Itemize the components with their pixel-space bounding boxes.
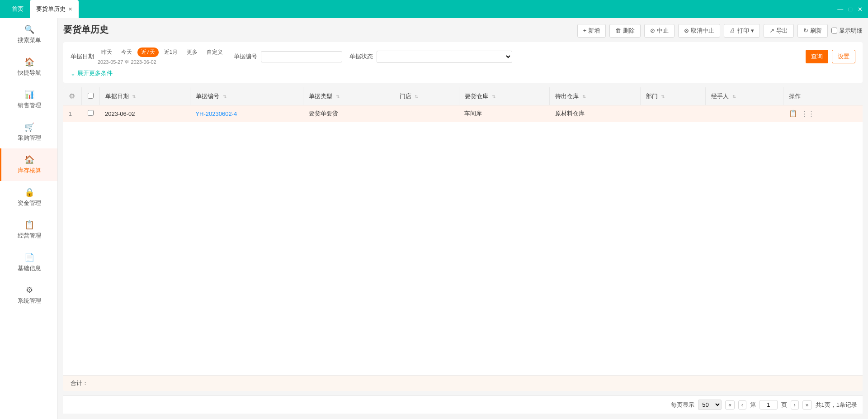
date-btn-more[interactable]: 更多 (183, 48, 201, 57)
col-handler[interactable]: 经手人 ⇅ (705, 87, 783, 105)
last-page-btn[interactable]: » (802, 400, 812, 409)
page-input[interactable] (760, 400, 778, 409)
settings-button[interactable]: 设置 (832, 50, 855, 63)
next-page-btn[interactable]: › (791, 400, 799, 409)
sidebar-item-fund-mgmt-label: 资金管理 (18, 199, 41, 207)
sidebar: 🔍 搜索菜单 🏠 快捷导航 📊 销售管理 🛒 采购管理 🏠 库存核算 🔒 资金管… (0, 18, 58, 419)
table-body: 1 2023-06-02 YH-20230602-4 要货单要货 车间库 原材料… (63, 105, 863, 122)
sort-store-icon: ⇅ (415, 94, 418, 99)
col-req-warehouse-label: 要货仓库 (465, 93, 488, 100)
col-pending-warehouse[interactable]: 待出仓库 ⇅ (550, 87, 640, 105)
col-type[interactable]: 单据类型 ⇅ (303, 87, 394, 105)
cancel-stop-button[interactable]: ⊗ 取消中止 (678, 24, 720, 38)
status-filter-select[interactable] (377, 51, 512, 63)
pagination-bar: 每页显示 50 20 100 « ‹ 第 页 › » 共1页，1条记录 (63, 395, 863, 414)
col-handler-label: 经手人 (711, 93, 729, 100)
sidebar-item-fund-mgmt[interactable]: 🔒 资金管理 (0, 181, 57, 214)
sort-req-warehouse-icon: ⇅ (492, 94, 495, 99)
fund-mgmt-icon: 🔒 (24, 187, 34, 197)
print-dropdown-icon: ▾ (751, 27, 754, 34)
sidebar-item-basic-info[interactable]: 📄 基础信息 (0, 246, 57, 279)
prev-page-btn[interactable]: ‹ (738, 400, 746, 409)
print-icon: 🖨 (730, 27, 736, 34)
window-close[interactable]: ✕ (858, 6, 863, 13)
more-action-icon[interactable]: ⋮⋮ (801, 110, 815, 118)
export-button[interactable]: ↗ 导出 (764, 24, 794, 38)
sidebar-item-basic-info-label: 基础信息 (18, 264, 41, 272)
refresh-icon: ↻ (803, 27, 808, 34)
order-no-link[interactable]: YH-20230602-4 (195, 110, 237, 117)
main-layout: 🔍 搜索菜单 🏠 快捷导航 📊 销售管理 🛒 采购管理 🏠 库存核算 🔒 资金管… (0, 18, 868, 419)
row-actions: 📋 ⋮⋮ (783, 105, 863, 122)
sidebar-item-sales-mgmt[interactable]: 📊 销售管理 (0, 83, 57, 116)
col-order-no[interactable]: 单据编号 ⇅ (190, 87, 303, 105)
tab-requisition-history[interactable]: 要货单历史 ✕ (30, 0, 79, 18)
date-btn-7days[interactable]: 近7天 (137, 48, 159, 57)
row-checkbox[interactable] (88, 110, 94, 116)
ops-mgmt-icon: 📋 (24, 220, 34, 230)
col-req-warehouse[interactable]: 要货仓库 ⇅ (459, 87, 549, 105)
sidebar-item-ops-mgmt[interactable]: 📋 经营管理 (0, 214, 57, 246)
sort-dept-icon: ⇅ (661, 94, 665, 99)
date-btn-yesterday[interactable]: 昨天 (98, 48, 116, 57)
sidebar-item-quick-nav[interactable]: 🏠 快捷导航 (0, 51, 57, 83)
print-button[interactable]: 🖨 打印 ▾ (724, 24, 760, 38)
row-checkbox-cell[interactable] (81, 105, 99, 122)
order-no-input[interactable] (261, 51, 342, 62)
sort-type-icon: ⇅ (336, 94, 340, 99)
status-filter-label: 单据状态 (349, 52, 373, 61)
col-settings[interactable]: ⚙ (63, 87, 81, 105)
window-maximize[interactable]: □ (849, 6, 852, 13)
stop-button[interactable]: ⊘ 中止 (644, 24, 675, 38)
row-order-no[interactable]: YH-20230602-4 (190, 105, 303, 122)
close-tab-icon[interactable]: ✕ (68, 6, 72, 12)
per-page-label: 每页显示 (671, 401, 694, 409)
col-checkbox[interactable] (81, 87, 99, 105)
row-type: 要货单要货 (303, 105, 394, 122)
cancel-stop-icon: ⊗ (684, 27, 689, 34)
date-filter-label: 单据日期 (71, 52, 94, 61)
sidebar-item-inventory-calc-label: 库存核算 (18, 167, 41, 175)
sidebar-item-system-mgmt-label: 系统管理 (18, 297, 41, 305)
col-store[interactable]: 门店 ⇅ (394, 87, 459, 105)
col-action-label: 操作 (789, 93, 801, 100)
tab-requisition-history-label: 要货单历史 (36, 5, 66, 13)
tab-home-label: 首页 (12, 5, 24, 13)
export-label: 导出 (776, 27, 788, 35)
date-range-display: 2023-05-27 至 2023-06-02 (98, 59, 226, 66)
col-dept[interactable]: 部门 ⇅ (640, 87, 705, 105)
display-detail-checkbox[interactable] (831, 28, 837, 33)
order-no-filter-label: 单据编号 (234, 52, 257, 61)
delete-button[interactable]: 🗑 删除 (609, 24, 641, 38)
expand-filter-btn[interactable]: ⌄ 展开更多条件 (71, 69, 855, 77)
sort-handler-icon: ⇅ (732, 94, 736, 99)
row-req-warehouse: 车间库 (459, 105, 549, 122)
sum-label: 合计： (71, 380, 88, 386)
sidebar-item-inventory-calc[interactable]: 🏠 库存核算 (0, 148, 57, 181)
date-buttons: 昨天 今天 近7天 近1月 更多 自定义 (98, 48, 226, 57)
display-detail-checkbox-wrapper[interactable]: 显示明细 (831, 27, 863, 35)
table-settings-icon[interactable]: ⚙ (69, 92, 75, 100)
purchase-mgmt-icon: 🛒 (24, 122, 34, 132)
refresh-button[interactable]: ↻ 刷新 (797, 24, 828, 38)
sales-mgmt-icon: 📊 (24, 90, 34, 100)
col-pending-warehouse-label: 待出仓库 (555, 93, 579, 100)
sidebar-item-purchase-mgmt[interactable]: 🛒 采购管理 (0, 116, 57, 148)
page-label: 第 (750, 401, 756, 409)
sort-order-no-icon: ⇅ (223, 94, 226, 99)
first-page-btn[interactable]: « (725, 400, 735, 409)
search-button[interactable]: 查询 (806, 50, 828, 63)
sidebar-item-system-mgmt[interactable]: ⚙ 系统管理 (0, 279, 57, 311)
new-button[interactable]: + 新增 (577, 24, 606, 38)
view-action-icon[interactable]: 📋 (789, 110, 797, 118)
sidebar-item-search-menu[interactable]: 🔍 搜索菜单 (0, 18, 57, 51)
col-date[interactable]: 单据日期 ⇅ (99, 87, 190, 105)
row-handler (705, 105, 783, 122)
tab-home[interactable]: 首页 (5, 0, 30, 18)
select-all-checkbox[interactable] (88, 93, 94, 99)
date-btn-custom[interactable]: 自定义 (203, 48, 226, 57)
per-page-select[interactable]: 50 20 100 (698, 400, 722, 410)
date-btn-today[interactable]: 今天 (118, 48, 136, 57)
window-minimize[interactable]: — (837, 6, 843, 13)
date-btn-1month[interactable]: 近1月 (160, 48, 182, 57)
